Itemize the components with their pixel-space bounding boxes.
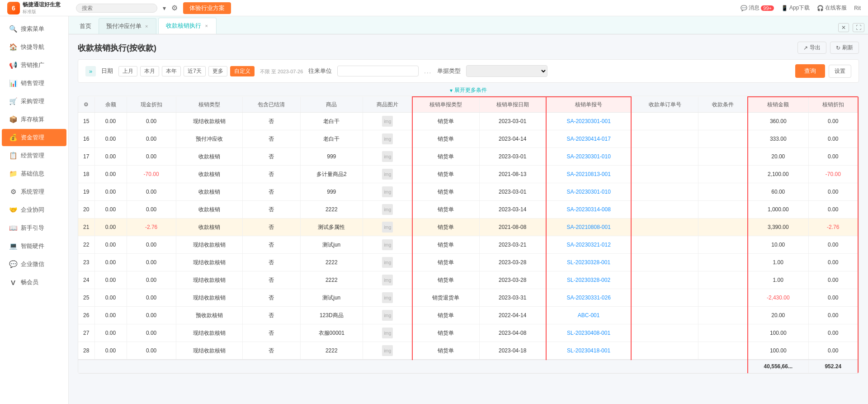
mobile-icon: 📱 (781, 5, 788, 11)
row-payment-terms (698, 324, 748, 342)
close-window-button[interactable]: ✕ (838, 23, 849, 32)
sidebar-item-sales[interactable]: 📊 销售管理 (2, 75, 66, 92)
row-balance: 0.00 (94, 201, 127, 219)
row-bill-no[interactable]: SL-20230418-001 (546, 342, 632, 360)
more-date-button[interactable]: 更多 (208, 66, 227, 76)
row-bill-no[interactable]: SA-20210808-001 (546, 219, 632, 236)
row-include-settled: 否 (242, 271, 300, 289)
row-discount: 0.00 (808, 113, 858, 130)
row-discount: -70.00 (808, 166, 858, 183)
messages-area[interactable]: 💬 消息 99+ (741, 4, 774, 12)
row-id: 23 (78, 254, 94, 271)
bill-no-link[interactable]: SA-20230314-008 (566, 206, 610, 213)
tab-prepay[interactable]: 预付冲应付单 × (99, 18, 156, 34)
bill-no-link[interactable]: SL-20230408-001 (567, 330, 610, 336)
row-bill-date: 2023-03-31 (479, 289, 546, 307)
search-input[interactable] (76, 4, 157, 13)
row-bill-no[interactable]: SA-20230331-026 (546, 289, 632, 307)
custom-date-button[interactable]: 自定义 (230, 66, 255, 76)
refresh-button[interactable]: ↻ 刷新 (830, 42, 859, 54)
row-bill-no[interactable]: SA-20230314-008 (546, 201, 632, 219)
query-button[interactable]: 查询 (795, 64, 825, 78)
row-bill-date: 2023-03-01 (479, 183, 546, 201)
last-7-days-button[interactable]: 近7天 (184, 66, 206, 76)
row-bill-no[interactable]: SA-20230301-010 (546, 148, 632, 166)
col-header-bill-date: 核销单报日期 (479, 97, 546, 113)
bill-no-link[interactable]: SA-20230331-026 (566, 295, 610, 301)
bill-no-link[interactable]: SA-20230301-010 (566, 153, 610, 160)
row-bill-date: 2023-03-28 (479, 254, 546, 271)
sidebar-item-inventory[interactable]: 📦 库存核算 (2, 111, 66, 128)
row-bill-no[interactable]: SA-20230321-012 (546, 236, 632, 254)
table-footer: 40,556,66... 952.24 (78, 360, 858, 373)
row-bill-type: 销货单 (412, 130, 479, 148)
row-bill-no[interactable]: SL-20230328-002 (546, 271, 632, 289)
sidebar-item-operations[interactable]: 📋 经营管理 (2, 147, 66, 164)
row-payment-terms (698, 130, 748, 148)
row-bill-no[interactable]: SA-20230301-001 (546, 113, 632, 130)
online-service-link[interactable]: 🎧 在线客服 (817, 4, 847, 12)
bill-no-link[interactable]: SA-20230301-010 (566, 189, 610, 195)
sidebar-item-guide[interactable]: 📖 新手引导 (2, 219, 66, 237)
sidebar-item-hardware[interactable]: 💻 智能硬件 (2, 238, 66, 255)
bill-no-link[interactable]: SA-20230321-012 (566, 242, 610, 248)
table-row: 26 0.00 0.00 预收款核销 否 123D商品 img 销货单 2022… (78, 307, 858, 324)
sidebar-item-wechat[interactable]: 💬 企业微信 (2, 256, 66, 273)
this-month-button[interactable]: 本月 (140, 66, 159, 76)
row-bill-no[interactable]: SL-20230408-001 (546, 324, 632, 342)
bill-no-link[interactable]: SA-20210813-001 (566, 171, 610, 177)
bill-no-link[interactable]: SA-20230301-001 (566, 118, 610, 124)
user-area[interactable]: Rit (854, 5, 861, 11)
bill-no-link[interactable]: SL-20230328-002 (567, 277, 610, 283)
counterparty-input[interactable] (337, 66, 419, 76)
this-year-button[interactable]: 本年 (162, 66, 181, 76)
filter-expand-button[interactable]: » (85, 66, 96, 76)
bill-no-link[interactable]: SL-20230328-001 (567, 259, 610, 266)
row-bill-type: 销货退货单 (412, 289, 479, 307)
sidebar-item-collab[interactable]: 🤝 企业协同 (2, 201, 66, 219)
app-download-link[interactable]: 📱 App下载 (781, 4, 810, 12)
sidebar-item-search[interactable]: 🔍 搜索菜单 (2, 20, 66, 38)
headset-icon: 🎧 (817, 5, 824, 11)
sidebar-item-marketing[interactable]: 📢 营销推广 (2, 57, 66, 74)
maximize-button[interactable]: ⛶ (853, 23, 864, 32)
row-amount: 3,390.00 (748, 219, 808, 236)
row-include-settled: 否 (242, 254, 300, 271)
bill-no-link[interactable]: ABC-001 (578, 312, 600, 318)
row-product: 2222 (300, 254, 363, 271)
tab-close-prepay[interactable]: × (144, 24, 149, 29)
tab-home[interactable]: 首页 (72, 19, 99, 34)
tab-writeoff[interactable]: 收款核销执行 × (158, 18, 216, 34)
expand-more-conditions[interactable]: ▾ 展开更多条件 (78, 86, 859, 94)
row-discount: 0.00 (808, 271, 858, 289)
row-bill-no[interactable]: SA-20230414-017 (546, 130, 632, 148)
sidebar-item-purchase[interactable]: 🛒 采购管理 (2, 93, 66, 110)
bill-no-link[interactable]: SA-20210808-001 (566, 224, 610, 230)
last-month-button[interactable]: 上月 (118, 66, 137, 76)
export-button[interactable]: ↗ 导出 (797, 42, 826, 54)
row-id: 27 (78, 324, 94, 342)
row-product-image: img (363, 166, 413, 183)
row-amount: 20.00 (748, 148, 808, 166)
sidebar-item-basic-info[interactable]: 📁 基础信息 (2, 165, 66, 182)
row-bill-no[interactable]: ABC-001 (546, 307, 632, 324)
settings-col-header[interactable]: ⚙ (78, 97, 94, 113)
row-bill-date: 2023-03-01 (479, 148, 546, 166)
voucher-type-select[interactable] (466, 65, 547, 77)
sidebar-item-system[interactable]: ⚙ 系统管理 (2, 183, 66, 200)
settings-button[interactable]: 设置 (829, 65, 851, 78)
chevron-down-icon[interactable]: ▾ (163, 5, 166, 12)
row-bill-no[interactable]: SL-20230328-001 (546, 254, 632, 271)
bill-no-link[interactable]: SA-20230414-017 (566, 136, 610, 142)
export-icon: ↗ (803, 45, 808, 51)
sidebar-item-finance[interactable]: 💰 资金管理 (2, 129, 66, 146)
col-header-bill-type: 核销单报类型 (412, 97, 479, 113)
row-bill-no[interactable]: SA-20230301-010 (546, 183, 632, 201)
row-bill-no[interactable]: SA-20210813-001 (546, 166, 632, 183)
tab-close-writeoff[interactable]: × (204, 23, 208, 29)
sidebar-item-quicknav[interactable]: 🏠 快捷导航 (2, 38, 66, 56)
sidebar-item-member[interactable]: V 畅会员 (2, 274, 66, 291)
bill-no-link[interactable]: SL-20230418-001 (567, 347, 610, 354)
gear-icon[interactable]: ⚙ (171, 4, 178, 12)
industry-solution-button[interactable]: 体验行业方案 (183, 2, 231, 14)
